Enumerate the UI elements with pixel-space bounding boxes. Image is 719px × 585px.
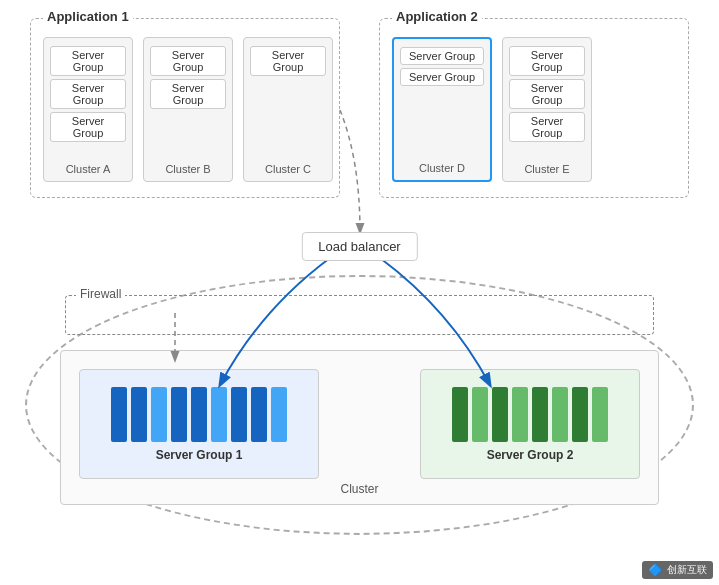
bar: [452, 387, 468, 442]
server-group-tag: Server Group: [150, 79, 226, 109]
server-bars-green: [452, 387, 608, 442]
bar: [492, 387, 508, 442]
firewall-box: Firewall: [65, 295, 654, 335]
cluster-c-label: Cluster C: [265, 159, 311, 175]
bar: [231, 387, 247, 442]
app1-label: Application 1: [43, 9, 133, 24]
cluster-b-label: Cluster B: [165, 159, 210, 175]
bar: [191, 387, 207, 442]
server-group2-box: Server Group 2: [420, 369, 640, 479]
bar: [572, 387, 588, 442]
bar: [532, 387, 548, 442]
application2-box: Application 2 Server Group Server Group …: [379, 18, 689, 198]
server-group-tag: Server Group: [250, 46, 326, 76]
cluster-a-box: Server Group Server Group Server Group C…: [43, 37, 133, 182]
load-balancer-box: Load balancer: [301, 232, 417, 261]
bar: [171, 387, 187, 442]
server-group-tag: Server Group: [50, 79, 126, 109]
top-section: Application 1 Server Group Server Group …: [30, 18, 689, 218]
server-group-tag: Server Group: [400, 68, 484, 86]
watermark-icon: 🔷: [648, 563, 663, 577]
cluster-bottom-label: Cluster: [340, 482, 378, 496]
server-group-tag: Server Group: [509, 79, 585, 109]
bar: [472, 387, 488, 442]
server-bars-blue: [111, 387, 287, 442]
server-group-tag: Server Group: [150, 46, 226, 76]
server-group-tag: Server Group: [50, 46, 126, 76]
bar: [251, 387, 267, 442]
app2-label: Application 2: [392, 9, 482, 24]
application1-box: Application 1 Server Group Server Group …: [30, 18, 340, 198]
cluster-bottom-box: Server Group 1 Server Group 2 Cluster: [60, 350, 659, 505]
main-container: Application 1 Server Group Server Group …: [0, 0, 719, 585]
cluster-e-label: Cluster E: [524, 159, 569, 175]
cluster-c-box: Server Group Cluster C: [243, 37, 333, 182]
cluster-b-box: Server Group Server Group Cluster B: [143, 37, 233, 182]
server-group-tag: Server Group: [509, 46, 585, 76]
cluster-d-box: Server Group Server Group Cluster D: [392, 37, 492, 182]
cluster-a-label: Cluster A: [66, 159, 111, 175]
bar: [552, 387, 568, 442]
server-group1-box: Server Group 1: [79, 369, 319, 479]
server-group1-label: Server Group 1: [156, 448, 243, 462]
oval-container: Firewall Server Group 1: [25, 275, 694, 535]
firewall-label: Firewall: [76, 287, 125, 301]
server-group-tag: Server Group: [509, 112, 585, 142]
bar: [151, 387, 167, 442]
cluster-d-label: Cluster D: [419, 158, 465, 174]
bar: [131, 387, 147, 442]
server-group2-label: Server Group 2: [487, 448, 574, 462]
bar: [111, 387, 127, 442]
bar: [271, 387, 287, 442]
bar: [512, 387, 528, 442]
watermark-text: 创新互联: [667, 563, 707, 577]
load-balancer-label: Load balancer: [318, 239, 400, 254]
server-group-tag: Server Group: [400, 47, 484, 65]
cluster-e-box: Server Group Server Group Server Group C…: [502, 37, 592, 182]
bar: [592, 387, 608, 442]
watermark: 🔷 创新互联: [642, 561, 713, 579]
bar: [211, 387, 227, 442]
server-group-tag: Server Group: [50, 112, 126, 142]
